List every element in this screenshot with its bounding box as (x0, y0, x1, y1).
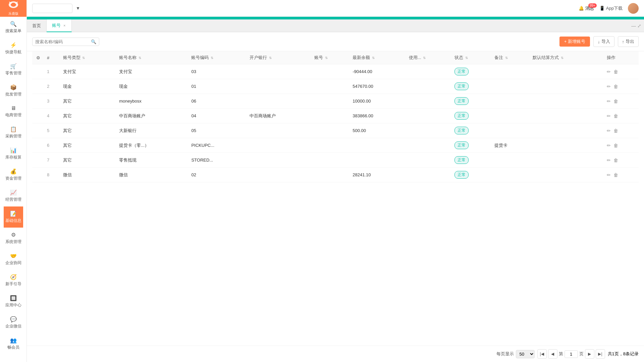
th-code[interactable]: 账号编码 ⇅ (189, 51, 247, 64)
sidebar-icon-7: 💰 (10, 168, 17, 175)
sort-arrows-settle: ⇅ (561, 56, 564, 60)
cell-action-3: ✏ 🗑 (604, 109, 639, 123)
cell-type-0: 支付宝 (60, 64, 117, 79)
cell-status-4: 正常 (452, 123, 492, 138)
sidebar-item-3[interactable]: 📦批发管理 (4, 80, 23, 101)
topbar-dropdown[interactable]: ▼ (76, 6, 80, 11)
sidebar-item-5[interactable]: 📋采购管理 (4, 122, 23, 143)
tab-expand-icon[interactable]: ⤢ (637, 23, 641, 28)
sidebar-item-7[interactable]: 💰资金管理 (4, 164, 23, 185)
delete-icon-2[interactable]: 🗑 (613, 99, 618, 104)
delete-icon-5[interactable]: 🗑 (613, 143, 618, 148)
table-row: 3 其它 moneybosx 06 10000.00 正常 ✏ 🗑 (32, 94, 639, 109)
edit-icon-7[interactable]: ✏ (607, 172, 611, 178)
page-prev-button[interactable]: ◀ (548, 349, 557, 359)
edit-icon-2[interactable]: ✏ (607, 99, 611, 104)
sidebar-item-9[interactable]: 📝基础信息 (4, 206, 23, 228)
sidebar-item-1[interactable]: ⚡快捷导航 (4, 38, 23, 59)
sidebar-label-13: 应用中心 (5, 302, 21, 308)
delete-icon-3[interactable]: 🗑 (613, 113, 618, 119)
th-settings[interactable]: ⚙ (32, 51, 44, 64)
import-button[interactable]: ↓ 导入 (593, 36, 614, 47)
cell-action-0: ✏ 🗑 (604, 64, 639, 79)
sidebar-item-13[interactable]: 🔲应用中心 (4, 291, 23, 312)
sidebar-item-12[interactable]: 🧭新手引导 (4, 270, 23, 291)
sidebar-label-2: 零售管理 (5, 70, 21, 76)
sidebar-icon-12: 🧭 (10, 274, 17, 280)
th-name[interactable]: 账号名称 ⇅ (116, 51, 189, 64)
edit-icon-4[interactable]: ✏ (607, 128, 611, 133)
th-balance[interactable]: 最新余额 ⇅ (350, 51, 406, 64)
th-account[interactable]: 账号 ⇅ (312, 51, 350, 64)
sidebar-item-11[interactable]: 🤝企业协同 (4, 249, 23, 270)
page-size-select[interactable]: 50 10 20 100 (516, 350, 535, 358)
tab-minimize-icon[interactable]: — (631, 23, 636, 28)
delete-icon-0[interactable]: 🗑 (613, 69, 618, 74)
cell-settings-7 (32, 168, 44, 182)
message-button[interactable]: 🔔 消息 99+ (579, 5, 594, 11)
cell-default-settle-3 (530, 109, 604, 123)
cell-settings-4 (32, 123, 44, 138)
status-badge-2: 正常 (454, 97, 469, 105)
topbar-search-input[interactable] (32, 4, 72, 13)
cell-status-3: 正常 (452, 109, 492, 123)
action-btns-3: ✏ 🗑 (607, 113, 636, 119)
sort-arrows-status: ⇅ (465, 56, 468, 60)
cell-status-6: 正常 (452, 153, 492, 168)
tab-account[interactable]: 账号 × (47, 19, 72, 32)
delete-icon-4[interactable]: 🗑 (613, 128, 618, 133)
toolbar-right: + 新增账号 ↓ 导入 ↑ 导出 (559, 36, 639, 47)
th-type[interactable]: 账号类型 ⇅ (60, 51, 117, 64)
sidebar-label-3: 批发管理 (5, 92, 21, 97)
sidebar-item-4[interactable]: 🖥电商管理 (4, 101, 23, 122)
delete-icon-1[interactable]: 🗑 (613, 84, 618, 89)
page-first-button[interactable]: |◀ (537, 349, 547, 359)
sidebar-icon-8: 📈 (10, 189, 17, 196)
sidebar-icon-1: ⚡ (10, 42, 17, 48)
sidebar-item-14[interactable]: 💬企业微信 (4, 312, 23, 333)
edit-icon-1[interactable]: ✏ (607, 84, 611, 89)
edit-icon-3[interactable]: ✏ (607, 113, 611, 119)
delete-icon-6[interactable]: 🗑 (613, 158, 618, 163)
cell-balance-3: 383866.00 (350, 109, 406, 123)
search-icon: 🔍 (91, 39, 96, 44)
sidebar-item-15[interactable]: 👥畅会员 (4, 333, 23, 354)
edit-icon-6[interactable]: ✏ (607, 158, 611, 163)
sidebar-label-7: 资金管理 (5, 176, 21, 181)
sidebar-icon-5: 📋 (10, 126, 17, 132)
edit-icon-0[interactable]: ✏ (607, 69, 611, 74)
export-button[interactable]: ↑ 导出 (618, 36, 639, 47)
export-icon: ↑ (622, 39, 625, 44)
cell-code-5: PICKUPC... (189, 138, 247, 153)
app-download-button[interactable]: 📱 App下载 (599, 5, 623, 11)
delete-icon-7[interactable]: 🗑 (613, 172, 618, 178)
sidebar-item-8[interactable]: 📈经营管理 (4, 185, 23, 206)
status-badge-6: 正常 (454, 156, 469, 164)
th-bank[interactable]: 开户银行 ⇅ (247, 51, 312, 64)
page-number-input[interactable] (565, 350, 578, 358)
teal-accent-bar (27, 17, 644, 19)
cell-remark-7 (492, 168, 530, 182)
sort-arrows-account: ⇅ (325, 56, 328, 60)
th-status[interactable]: 状态 ⇅ (452, 51, 492, 64)
import-label: 导入 (601, 39, 610, 45)
page-next-button[interactable]: ▶ (585, 349, 594, 359)
cell-num-7: 8 (44, 168, 60, 182)
edit-icon-5[interactable]: ✏ (607, 143, 611, 148)
tab-close-icon[interactable]: × (63, 23, 66, 28)
import-icon: ↓ (598, 39, 600, 44)
cell-name-6: 零售抵现 (116, 153, 189, 168)
th-usage[interactable]: 使用... ⇅ (406, 51, 452, 64)
sidebar-item-6[interactable]: 📊库存核算 (4, 143, 23, 164)
add-account-button[interactable]: + 新增账号 (559, 37, 590, 47)
sidebar-item-0[interactable]: 🔍搜索菜单 (4, 17, 23, 38)
th-default-settle[interactable]: 默认结算方式 ⇅ (530, 51, 604, 64)
sidebar-item-2[interactable]: 🛒零售管理 (4, 59, 23, 80)
search-input[interactable] (35, 39, 89, 44)
th-num: # (44, 51, 60, 64)
tab-home[interactable]: 首页 (27, 19, 47, 32)
user-avatar[interactable] (628, 3, 639, 14)
sidebar-item-10[interactable]: ⚙系统管理 (4, 228, 23, 249)
th-remark[interactable]: 备注 ⇅ (492, 51, 530, 64)
page-last-button[interactable]: ▶| (596, 349, 605, 359)
